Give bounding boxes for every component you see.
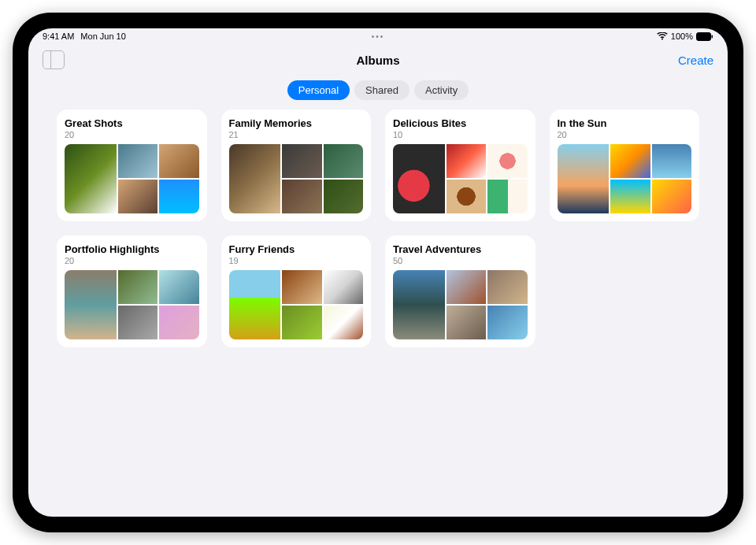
photo-thumbnail bbox=[159, 306, 198, 339]
album-count: 21 bbox=[229, 130, 364, 139]
photo-thumbnail bbox=[447, 270, 486, 304]
photo-thumbnail bbox=[229, 270, 281, 339]
album-collage bbox=[229, 270, 364, 339]
segment-activity[interactable]: Activity bbox=[414, 80, 469, 100]
photo-thumbnail bbox=[558, 144, 610, 213]
segment-personal[interactable]: Personal bbox=[287, 80, 350, 100]
photo-thumbnail bbox=[118, 306, 158, 339]
photo-thumbnail bbox=[447, 180, 486, 213]
photo-thumbnail bbox=[282, 144, 321, 178]
segment-shared[interactable]: Shared bbox=[354, 80, 410, 100]
photo-thumbnail bbox=[652, 180, 691, 213]
photo-thumbnail bbox=[159, 144, 198, 178]
album-title: Portfolio Highlights bbox=[65, 243, 199, 255]
battery-icon bbox=[696, 32, 713, 41]
album-collage bbox=[65, 144, 199, 213]
photo-thumbnail bbox=[487, 180, 527, 213]
photo-thumbnail bbox=[118, 144, 158, 178]
photo-thumbnail bbox=[65, 144, 117, 213]
svg-rect-0 bbox=[697, 32, 711, 40]
photo-thumbnail bbox=[447, 144, 486, 178]
photo-thumbnail bbox=[610, 180, 650, 213]
screen: 9:41 AM Mon Jun 10 ••• 100% Albums Creat… bbox=[28, 28, 728, 517]
photo-thumbnail bbox=[324, 144, 363, 178]
album-card[interactable]: Portfolio Highlights20 bbox=[57, 235, 207, 347]
photo-thumbnail bbox=[487, 306, 527, 339]
photo-thumbnail bbox=[65, 270, 117, 339]
album-collage bbox=[393, 144, 528, 213]
album-collage bbox=[558, 144, 692, 213]
photo-thumbnail bbox=[393, 144, 445, 213]
photo-thumbnail bbox=[393, 270, 445, 339]
photo-thumbnail bbox=[118, 270, 158, 304]
album-card[interactable]: Delicious Bites10 bbox=[385, 109, 536, 221]
wifi-icon bbox=[657, 32, 668, 40]
photo-thumbnail bbox=[487, 270, 527, 304]
album-card[interactable]: Furry Friends19 bbox=[221, 235, 372, 347]
svg-rect-1 bbox=[712, 35, 713, 38]
album-count: 20 bbox=[65, 130, 199, 139]
status-bar: 9:41 AM Mon Jun 10 ••• 100% bbox=[28, 28, 728, 44]
photo-thumbnail bbox=[652, 144, 691, 178]
multitask-dots-icon[interactable]: ••• bbox=[372, 32, 385, 41]
nav-bar: Albums Create bbox=[28, 44, 728, 76]
photo-thumbnail bbox=[324, 270, 363, 304]
photo-thumbnail bbox=[159, 180, 198, 213]
photo-thumbnail bbox=[282, 306, 321, 339]
album-collage bbox=[65, 270, 199, 339]
album-card[interactable]: In the Sun20 bbox=[550, 109, 700, 221]
album-title: Furry Friends bbox=[229, 243, 364, 255]
album-title: Delicious Bites bbox=[393, 117, 528, 129]
album-collage bbox=[393, 270, 528, 339]
create-button[interactable]: Create bbox=[678, 54, 713, 67]
album-collage bbox=[229, 144, 364, 213]
album-title: Great Shots bbox=[65, 117, 199, 129]
filter-segmented-control: Personal Shared Activity bbox=[28, 76, 728, 109]
sidebar-toggle-icon[interactable] bbox=[43, 50, 65, 69]
album-count: 19 bbox=[229, 256, 364, 265]
album-count: 20 bbox=[65, 256, 199, 265]
photo-thumbnail bbox=[159, 270, 198, 304]
content-scroll[interactable]: Great Shots20Family Memories21Delicious … bbox=[28, 109, 728, 517]
photo-thumbnail bbox=[487, 144, 527, 178]
page-title: Albums bbox=[356, 54, 399, 67]
album-title: Family Memories bbox=[229, 117, 364, 129]
photo-thumbnail bbox=[447, 306, 486, 339]
ipad-device-frame: 9:41 AM Mon Jun 10 ••• 100% Albums Creat… bbox=[13, 13, 743, 532]
photo-thumbnail bbox=[610, 144, 650, 178]
album-card[interactable]: Travel Adventures50 bbox=[385, 235, 536, 347]
photo-thumbnail bbox=[118, 180, 158, 213]
album-count: 10 bbox=[393, 130, 528, 139]
album-title: Travel Adventures bbox=[393, 243, 528, 255]
photo-thumbnail bbox=[282, 180, 321, 213]
album-card[interactable]: Family Memories21 bbox=[221, 109, 372, 221]
album-count: 20 bbox=[558, 130, 692, 139]
status-time: 9:41 AM bbox=[43, 32, 74, 41]
battery-percent: 100% bbox=[671, 32, 693, 41]
album-title: In the Sun bbox=[558, 117, 692, 129]
albums-grid: Great Shots20Family Memories21Delicious … bbox=[57, 109, 699, 347]
album-count: 50 bbox=[393, 256, 528, 265]
album-card[interactable]: Great Shots20 bbox=[57, 109, 207, 221]
photo-thumbnail bbox=[324, 180, 363, 213]
status-date: Mon Jun 10 bbox=[80, 32, 125, 41]
photo-thumbnail bbox=[324, 306, 363, 339]
photo-thumbnail bbox=[229, 144, 281, 213]
photo-thumbnail bbox=[282, 270, 321, 304]
